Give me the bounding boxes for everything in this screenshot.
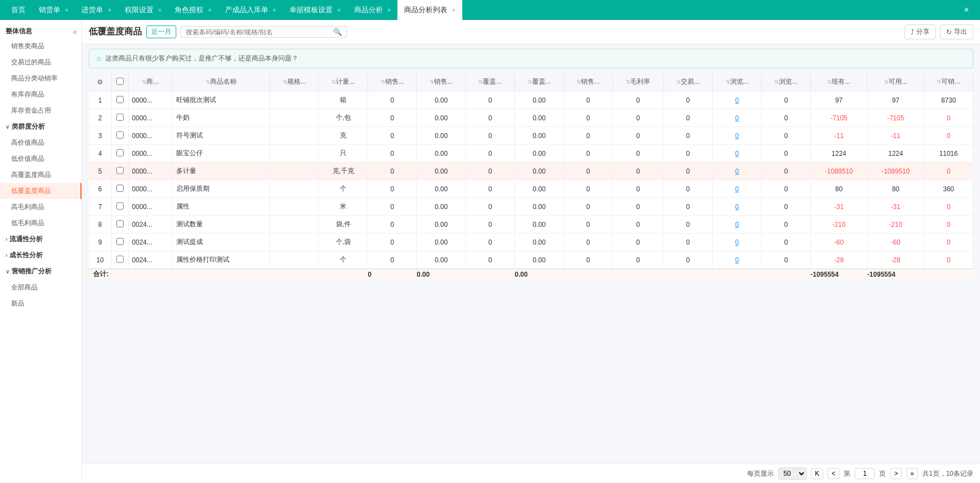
nav-sales-close[interactable]: × bbox=[65, 0, 68, 20]
sidebar-cluster-section[interactable]: ∨ 类群度分析 bbox=[0, 119, 81, 135]
row-checkbox[interactable] bbox=[116, 202, 124, 210]
sidebar-item-traded-goods[interactable]: 交易过的商品 bbox=[0, 54, 81, 70]
row-browse1[interactable]: 0 bbox=[712, 251, 761, 270]
sidebar-item-high-margin[interactable]: 高毛利商品 bbox=[0, 199, 81, 215]
sidebar-flow-section[interactable]: › 流通性分析 bbox=[0, 231, 81, 247]
sidebar-item-category-rate[interactable]: 商品分类动销率 bbox=[0, 70, 81, 87]
row-checkbox[interactable] bbox=[116, 131, 124, 139]
row-browse1[interactable]: 0 bbox=[712, 216, 761, 233]
row-browse1[interactable]: 0 bbox=[712, 91, 761, 109]
nav-template-close[interactable]: × bbox=[337, 0, 340, 20]
row-checkbox-cell[interactable] bbox=[112, 180, 129, 198]
row-browse1[interactable]: 0 bbox=[712, 198, 761, 216]
row-checkbox-cell[interactable] bbox=[112, 145, 129, 162]
sidebar-item-low-value[interactable]: 低价值商品 bbox=[0, 151, 81, 167]
row-salable: 0 bbox=[924, 251, 973, 270]
row-checkbox-cell[interactable] bbox=[112, 216, 129, 233]
search-input[interactable] bbox=[186, 28, 333, 36]
nav-product[interactable]: 产成品入库单 × bbox=[218, 0, 283, 20]
next-page-button[interactable]: > bbox=[890, 468, 902, 479]
row-checkbox[interactable] bbox=[116, 114, 124, 121]
sidebar-item-stock-capital[interactable]: 库存资金占用 bbox=[0, 103, 81, 119]
sidebar-marketing-section[interactable]: ∨ 营销推广分析 bbox=[0, 263, 81, 279]
nav-purchase[interactable]: 进货单 × bbox=[75, 0, 118, 20]
row-checkbox[interactable] bbox=[116, 238, 124, 245]
sidebar-item-all-goods[interactable]: 全部商品 bbox=[0, 279, 81, 296]
table-area[interactable]: ⚙ ⇅商... ⇅商品名称 ⇅规格... ⇅计量... ⇅销售... ⇅销售..… bbox=[89, 73, 973, 464]
row-salable: 0 bbox=[924, 162, 973, 180]
row-checkbox-cell[interactable] bbox=[112, 198, 129, 216]
row-salable: 360 bbox=[924, 180, 973, 198]
info-icon: ☆ bbox=[96, 55, 102, 63]
row-checkbox[interactable] bbox=[116, 220, 124, 227]
nav-analysis-close[interactable]: × bbox=[387, 0, 391, 20]
nav-analysis-list-close[interactable]: × bbox=[452, 0, 455, 20]
first-page-button[interactable]: K bbox=[811, 468, 823, 479]
row-checkbox-cell[interactable] bbox=[112, 127, 129, 145]
row-checkbox-cell[interactable] bbox=[112, 233, 129, 251]
row-browse1[interactable]: 0 bbox=[712, 162, 761, 180]
row-sales-qty: 0 bbox=[368, 109, 416, 127]
col-checkbox[interactable] bbox=[112, 73, 129, 91]
row-sales-qty: 0 bbox=[368, 127, 416, 145]
row-checkbox-cell[interactable] bbox=[112, 91, 129, 109]
row-checkbox[interactable] bbox=[116, 167, 124, 174]
page-number-input[interactable] bbox=[855, 468, 875, 479]
select-all-checkbox[interactable] bbox=[116, 78, 124, 85]
sidebar-growth-section[interactable]: › 成长性分析 bbox=[0, 247, 81, 263]
prev-page-button[interactable]: < bbox=[828, 468, 839, 479]
row-checkbox[interactable] bbox=[116, 256, 124, 263]
nav-permission[interactable]: 权限设置 × bbox=[118, 0, 168, 20]
sidebar-item-sales-goods[interactable]: 销售类商品 bbox=[0, 38, 81, 54]
row-checkbox-cell[interactable] bbox=[112, 162, 129, 180]
row-browse1[interactable]: 0 bbox=[712, 127, 761, 145]
row-browse2: 0 bbox=[762, 91, 810, 109]
row-sales-amt: 0.00 bbox=[417, 216, 466, 233]
row-gross-margin: 0 bbox=[612, 251, 663, 270]
sidebar-item-high-coverage[interactable]: 高覆盖度商品 bbox=[0, 167, 81, 183]
row-unit: 克,千克 bbox=[319, 162, 368, 180]
row-checkbox-cell[interactable] bbox=[112, 251, 129, 270]
row-salable: 0 bbox=[924, 127, 973, 145]
row-checkbox[interactable] bbox=[116, 96, 124, 103]
row-browse1[interactable]: 0 bbox=[712, 233, 761, 251]
row-checkbox[interactable] bbox=[116, 149, 124, 156]
share-icon: ⤴ bbox=[911, 28, 914, 36]
window-close-button[interactable]: × bbox=[957, 5, 976, 15]
page-size-label: 每页显示 bbox=[747, 469, 774, 479]
nav-role-close[interactable]: × bbox=[208, 0, 211, 20]
nav-role[interactable]: 角色授权 × bbox=[168, 0, 218, 20]
nav-home[interactable]: 首页 bbox=[4, 0, 32, 20]
export-button[interactable]: ↻ 导出 bbox=[940, 24, 973, 39]
nav-purchase-close[interactable]: × bbox=[108, 0, 111, 20]
row-checkbox[interactable] bbox=[116, 185, 124, 192]
row-cover1: 0 bbox=[466, 145, 514, 162]
nav-template[interactable]: 单据模板设置 × bbox=[283, 0, 347, 20]
nav-sales[interactable]: 销货单 × bbox=[32, 0, 75, 20]
share-button[interactable]: ⤴ 分享 bbox=[905, 24, 936, 39]
row-browse2: 0 bbox=[762, 109, 810, 127]
row-checkbox-cell[interactable] bbox=[112, 109, 129, 127]
row-browse1[interactable]: 0 bbox=[712, 109, 761, 127]
nav-analysis[interactable]: 商品分析 × bbox=[348, 0, 397, 20]
row-trans: 0 bbox=[663, 180, 712, 198]
sidebar-item-new-goods[interactable]: 新品 bbox=[0, 296, 81, 312]
last-page-button[interactable]: » bbox=[906, 468, 918, 479]
nav-analysis-list[interactable]: 商品分析列表 × bbox=[397, 0, 462, 20]
sidebar-item-low-margin[interactable]: 低毛利商品 bbox=[0, 215, 81, 231]
sidebar-item-high-value[interactable]: 高价值商品 bbox=[0, 135, 81, 151]
page-title: 低覆盖度商品 bbox=[89, 26, 142, 38]
sidebar-collapse-btn[interactable]: « bbox=[73, 27, 77, 36]
date-filter-button[interactable]: 近一月 bbox=[146, 26, 176, 38]
nav-permission-close[interactable]: × bbox=[158, 0, 161, 20]
row-current: -7105 bbox=[810, 109, 867, 127]
col-settings[interactable]: ⚙ bbox=[89, 73, 112, 91]
row-browse1[interactable]: 0 bbox=[712, 180, 761, 198]
page-size-select[interactable]: 50 20 100 bbox=[778, 467, 807, 480]
sidebar-item-stock-goods[interactable]: 有库存商品 bbox=[0, 87, 81, 103]
row-sales-amt: 0.00 bbox=[417, 91, 466, 109]
nav-product-close[interactable]: × bbox=[273, 0, 276, 20]
row-browse1[interactable]: 0 bbox=[712, 145, 761, 162]
row-trans: 0 bbox=[663, 198, 712, 216]
sidebar-item-low-coverage[interactable]: 低覆盖度商品 bbox=[0, 183, 81, 199]
